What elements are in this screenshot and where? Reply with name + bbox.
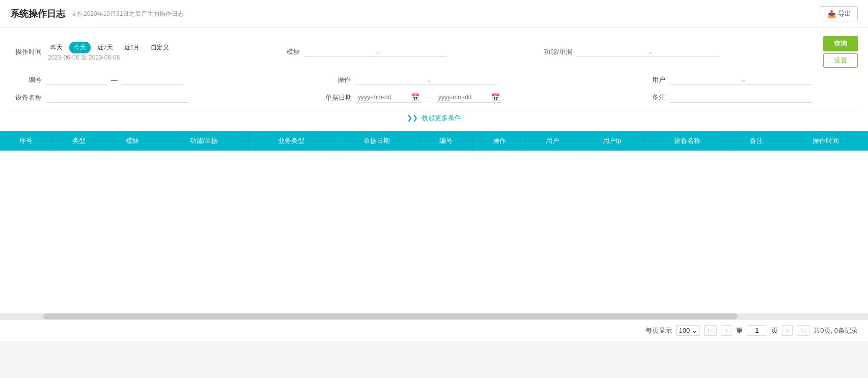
collapse-label: 收起更多条件: [422, 114, 461, 122]
table-wrap: 序号 类型 模块 功能/单据 业务类型 单据日期 编号 操作 用户 用户ip 设…: [0, 131, 868, 313]
per-page-chevron-icon: ⌄: [692, 327, 697, 334]
col-device: 设备名称: [645, 131, 730, 151]
export-label: 导出: [838, 9, 851, 18]
empty-area: [0, 151, 868, 313]
voucher-date-label: 单据日期: [320, 93, 356, 102]
date-range-display: 2023-06-06 至 2023-06-06: [48, 53, 174, 62]
total-info: 共0页, 0条记录: [814, 326, 858, 335]
time-buttons: 昨天 今天 近7天 近1月 自定义: [46, 42, 174, 53]
page-subtitle: 支持2020年10月31日之后产生的操作日志: [71, 10, 184, 18]
device-input[interactable]: [46, 93, 188, 103]
time-label: 操作时间: [10, 47, 46, 56]
func-select[interactable]: ⌄: [576, 47, 719, 57]
first-page-button[interactable]: |<: [704, 325, 717, 336]
col-operation: 操作: [472, 131, 525, 151]
encode-label: 编号: [10, 75, 46, 84]
col-encode: 编号: [419, 131, 472, 151]
time-btn-7days[interactable]: 近7天: [93, 42, 118, 53]
remark-input[interactable]: [669, 93, 812, 103]
scroll-thumb[interactable]: [43, 313, 738, 319]
date-start-input[interactable]: [358, 94, 409, 101]
encode-start-input[interactable]: [46, 75, 107, 85]
export-button[interactable]: 📤 导出: [821, 6, 858, 21]
page-title: 系统操作日志: [10, 8, 65, 20]
filter-row-1: 操作时间 昨天 今天 近7天 近1月 自定义 2023-06-06 至 2023…: [10, 36, 858, 68]
page-unit: 页: [771, 326, 778, 335]
calendar-start-icon[interactable]: 📅: [411, 93, 419, 101]
page-label: 第: [736, 326, 743, 335]
action-buttons: 查询 设置: [823, 36, 858, 68]
module-select[interactable]: ⌄: [304, 47, 446, 57]
col-op-time: 操作时间: [783, 131, 868, 151]
last-page-button[interactable]: >|: [797, 325, 809, 336]
col-biz-type: 业务类型: [249, 131, 334, 151]
time-filter-group: 昨天 今天 近7天 近1月 自定义 2023-06-06 至 2023-06-0…: [46, 42, 174, 62]
user-label: 用户: [634, 75, 669, 84]
settings-button[interactable]: 设置: [823, 53, 858, 68]
col-func: 功能/单据: [159, 131, 248, 151]
operation-label: 操作: [319, 75, 355, 84]
date-start-wrap: 📅: [356, 92, 422, 103]
col-seq: 序号: [0, 131, 52, 151]
time-btn-1month[interactable]: 近1月: [120, 42, 145, 53]
func-chevron-icon: ⌄: [648, 48, 717, 55]
module-label: 模块: [268, 47, 304, 56]
col-type: 类型: [52, 131, 105, 151]
col-remark: 备注: [730, 131, 783, 151]
time-btn-today[interactable]: 今天: [69, 42, 91, 53]
query-button[interactable]: 查询: [823, 36, 858, 51]
per-page-value: 100: [679, 327, 690, 334]
next-page-button[interactable]: >: [782, 325, 793, 336]
encode-end-input[interactable]: [122, 75, 183, 85]
filter-row-3: 设备名称 单据日期 📅 — 📅 备注: [10, 92, 858, 103]
collapse-bar[interactable]: ❯❯ 收起更多条件: [10, 110, 858, 126]
filter-row-2: 编号 — 操作 ⌄ 用户 ⌄: [10, 75, 858, 85]
func-label: 功能/单据: [541, 47, 576, 56]
user-chevron-icon: ⌄: [741, 76, 810, 83]
pagination-bar: 每页显示 100 ⌄ |< < 第 页 > >| 共0页, 0条记录: [0, 319, 868, 341]
data-table: 序号 类型 模块 功能/单据 业务类型 单据日期 编号 操作 用户 用户ip 设…: [0, 131, 868, 151]
page-header: 系统操作日志 支持2020年10月31日之后产生的操作日志 📤 导出: [0, 0, 868, 28]
date-dash: —: [426, 94, 432, 101]
operation-select[interactable]: ⌄: [355, 75, 497, 85]
operation-chevron-icon: ⌄: [426, 76, 495, 83]
date-end-wrap: 📅: [436, 92, 502, 103]
collapse-icon: ❯❯: [407, 114, 418, 122]
page-input[interactable]: [747, 325, 767, 336]
time-btn-custom[interactable]: 自定义: [146, 42, 174, 53]
user-select[interactable]: ⌄: [669, 75, 812, 85]
col-voucher-date: 单据日期: [334, 131, 419, 151]
filter-area: 操作时间 昨天 今天 近7天 近1月 自定义 2023-06-06 至 2023…: [0, 28, 868, 131]
date-end-input[interactable]: [438, 94, 489, 101]
col-module: 模块: [106, 131, 159, 151]
remark-label: 备注: [634, 93, 669, 102]
device-label: 设备名称: [10, 93, 46, 102]
module-chevron-icon: ⌄: [375, 48, 444, 55]
col-user-ip: 用户ip: [579, 131, 645, 151]
per-page-label: 每页显示: [646, 326, 672, 335]
encode-range: —: [46, 75, 183, 85]
prev-page-button[interactable]: <: [721, 325, 732, 336]
table-header: 序号 类型 模块 功能/单据 业务类型 单据日期 编号 操作 用户 用户ip 设…: [0, 131, 868, 151]
per-page-select[interactable]: 100 ⌄: [676, 325, 700, 336]
encode-dash: —: [111, 76, 118, 84]
header-row: 序号 类型 模块 功能/单据 业务类型 单据日期 编号 操作 用户 用户ip 设…: [0, 131, 868, 151]
horizontal-scrollbar[interactable]: [0, 313, 868, 319]
col-user: 用户: [526, 131, 579, 151]
export-icon: 📤: [827, 10, 836, 18]
calendar-end-icon[interactable]: 📅: [491, 93, 500, 101]
time-btn-yesterday[interactable]: 昨天: [46, 42, 67, 53]
